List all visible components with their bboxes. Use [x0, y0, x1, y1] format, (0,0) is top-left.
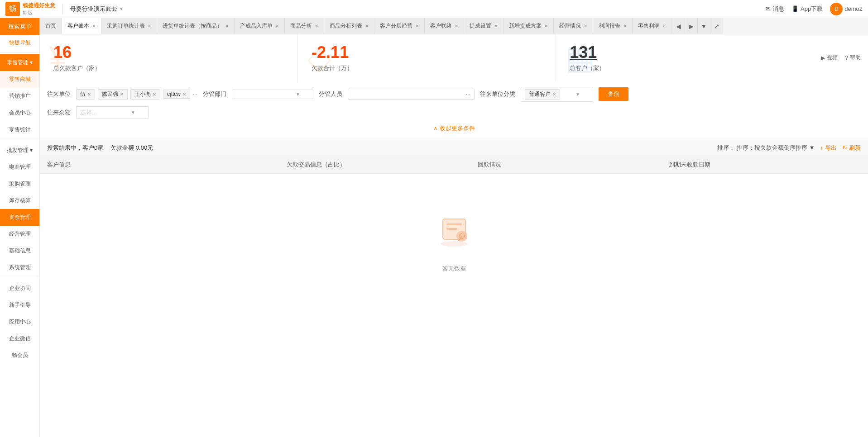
tab-customer-contact[interactable]: 客户联络 ✕	[425, 18, 464, 34]
tab-promotion-settings[interactable]: 提成设置 ✕	[464, 18, 504, 34]
tab-business-status[interactable]: 经营情况 ✕	[554, 18, 593, 34]
sidebar-item-app-center[interactable]: 应用中心	[0, 314, 39, 330]
filter-row-2: 往来余额 选择... ▼	[47, 106, 861, 119]
tab-purchase-order[interactable]: 采购订单统计表 ✕	[101, 18, 157, 34]
person-more-btn[interactable]: ···	[466, 91, 470, 97]
sidebar-item-marketing[interactable]: 营销推广	[0, 88, 39, 104]
filter-tag-close-wu[interactable]: ✕	[87, 92, 91, 97]
export-button[interactable]: ↑ 导出	[820, 144, 837, 152]
tab-close-customer-tier[interactable]: ✕	[415, 24, 419, 28]
tab-close-product-analysis-list[interactable]: ✕	[365, 24, 369, 28]
stat-icon-yen: ¥	[49, 40, 67, 76]
collapse-button[interactable]: ∧ 收起更多条件	[47, 123, 861, 134]
filter-select-balance[interactable]: 选择... ▼	[76, 106, 149, 119]
sidebar-item-enterprise-coop[interactable]: 企业协同	[0, 280, 39, 297]
sidebar-item-sys[interactable]: 系统管理	[0, 259, 39, 276]
top-bar: 畅 畅捷通好生意 标版 母婴行业演示账套 ▼ ✉ 消息 📱 App下载 D de…	[0, 0, 868, 18]
sidebar-item-new-guide[interactable]: 新手引导	[0, 297, 39, 314]
filter-input-person[interactable]: ···	[348, 89, 475, 100]
sidebar-item-retail-mgmt[interactable]: 零售管理 ▾	[0, 54, 39, 71]
tab-maximize[interactable]: ⤢	[710, 18, 723, 34]
tab-customer-tier[interactable]: 客户分层经营 ✕	[374, 18, 425, 34]
tab-product-analysis-list[interactable]: 商品分析列表 ✕	[324, 18, 374, 34]
stat-card-debt: ◇ -2.11 欠款合计（万）	[298, 34, 556, 81]
tab-close-new-promotion[interactable]: ✕	[544, 24, 548, 28]
tab-profit-report[interactable]: 利润报告 ✕	[593, 18, 633, 34]
video-link[interactable]: ▶ 视频	[821, 54, 838, 62]
messages-button[interactable]: ✉ 消息	[766, 5, 784, 13]
col-header-debt: 欠款交易信息（占比）	[287, 161, 478, 169]
tab-new-promotion[interactable]: 新增提成方案 ✕	[504, 18, 554, 34]
chevron-up-icon: ∧	[433, 125, 438, 132]
help-link[interactable]: ? 帮助	[845, 54, 861, 62]
tab-close-retail-profit[interactable]: ✕	[662, 24, 666, 28]
message-icon: ✉	[766, 5, 771, 12]
sidebar-item-member-center[interactable]: 会员中心	[0, 104, 39, 121]
filter-tag-close-normal[interactable]: ✕	[552, 92, 556, 97]
tab-close-profit-report[interactable]: ✕	[623, 24, 627, 28]
tab-retail-profit[interactable]: 零售利润 ✕	[633, 18, 672, 34]
play-icon: ▶	[821, 55, 825, 61]
empty-area: 暂无数据	[40, 174, 868, 309]
tab-close-product-inbound[interactable]: ✕	[275, 24, 279, 28]
company-selector[interactable]: 母婴行业演示账套 ▼	[70, 5, 124, 13]
sidebar-item-ecommerce[interactable]: 电商管理	[0, 159, 39, 176]
tab-bar: 首页 客户账本 ✕ 采购订单统计表 ✕ 进货单统计表（按商品） ✕ 产成品入库单…	[40, 18, 868, 34]
help-icon: ?	[845, 55, 848, 61]
quick-nav-button[interactable]: 快捷导航	[0, 35, 39, 50]
filter-tag-cjttcw: cjttcw ✕	[163, 90, 190, 99]
sidebar-item-retail-store[interactable]: 零售商城	[0, 71, 39, 88]
filter-tag-close-chen[interactable]: ✕	[120, 92, 124, 97]
svg-rect-3	[446, 228, 457, 230]
tab-close-customer-accounts[interactable]: ✕	[92, 24, 96, 28]
sidebar: 搜索菜单 快捷导航 零售管理 ▾ 零售商城 营销推广 会员中心 零售统计 批发管…	[0, 18, 40, 437]
filter-tag-more[interactable]: ···	[193, 91, 197, 97]
filter-tag-close-cjttcw[interactable]: ✕	[182, 92, 186, 97]
chevron-down-icon: ▼	[575, 92, 580, 97]
filter-select-dept[interactable]: ▼	[232, 90, 313, 99]
app-download-button[interactable]: 📱 App下载	[791, 5, 823, 13]
result-amount: 欠款金额 0.00元	[110, 144, 153, 152]
sidebar-item-basic-info[interactable]: 基础信息	[0, 242, 39, 259]
sidebar-item-ops[interactable]: 经营管理	[0, 226, 39, 242]
tab-more[interactable]: ▼	[697, 18, 710, 34]
filter-tags-unit: 伍 ✕ 陈民强 ✕ 王小亮 ✕ cjttcw ✕	[76, 89, 197, 100]
tab-close-business-status[interactable]: ✕	[584, 24, 587, 28]
user-menu[interactable]: D demo2	[830, 3, 863, 15]
sidebar-item-finance[interactable]: 资金管理	[0, 209, 39, 226]
sidebar-item-vip-member[interactable]: 畅会员	[0, 347, 39, 364]
tab-close-product-analysis[interactable]: ✕	[315, 24, 318, 28]
tab-close-customer-contact[interactable]: ✕	[455, 24, 458, 28]
empty-icon	[434, 210, 475, 259]
tab-scroll-left[interactable]: ◀	[672, 18, 685, 34]
tab-product-analysis[interactable]: 商品分析 ✕	[285, 18, 324, 34]
filter-select-category[interactable]: 普通客户 ✕ ▼	[521, 87, 593, 102]
tab-purchase-stats[interactable]: 进货单统计表（按商品） ✕	[157, 18, 235, 34]
svg-point-5	[462, 232, 465, 235]
tab-scroll-right[interactable]: ▶	[685, 18, 697, 34]
query-button[interactable]: 查询	[599, 87, 628, 101]
tab-close-purchase-stats[interactable]: ✕	[225, 24, 229, 28]
content-area: 首页 客户账本 ✕ 采购订单统计表 ✕ 进货单统计表（按商品） ✕ 产成品入库单…	[40, 18, 868, 437]
refresh-button[interactable]: ↻ 刷新	[842, 144, 861, 152]
sidebar-item-retail-stats[interactable]: 零售统计	[0, 121, 39, 138]
empty-text: 暂无数据	[442, 265, 466, 273]
filter-label-person: 分管人员	[319, 90, 342, 98]
sidebar-item-purchase[interactable]: 采购管理	[0, 176, 39, 192]
sort-select[interactable]: 排序： 排序：按欠款金额倒序排序 ▼	[717, 144, 815, 152]
col-header-customer: 客户信息	[47, 161, 287, 169]
sidebar-item-inventory[interactable]: 库存核算	[0, 192, 39, 209]
stats-wrapper: ¥ 16 总欠款客户（家） ◇ -2.11 欠款合计（万） ▦ 131 总客	[40, 34, 868, 81]
search-menu-button[interactable]: 搜索菜单	[0, 18, 39, 35]
filter-tag-close-wang[interactable]: ✕	[153, 92, 156, 97]
sidebar-item-enterprise-wechat[interactable]: 企业微信	[0, 330, 39, 347]
filter-tag-wang: 王小亮 ✕	[130, 89, 160, 100]
top-bar-left: 畅 畅捷通好生意 标版 母婴行业演示账套 ▼	[5, 2, 124, 16]
tab-close-promotion-settings[interactable]: ✕	[494, 24, 498, 28]
tab-customer-accounts[interactable]: 客户账本 ✕	[62, 18, 101, 34]
download-icon: 📱	[791, 5, 799, 12]
tab-home[interactable]: 首页	[40, 18, 62, 34]
tab-close-purchase-order[interactable]: ✕	[148, 24, 151, 28]
sidebar-item-batch-mgmt[interactable]: 批发管理 ▾	[0, 142, 39, 159]
tab-product-inbound[interactable]: 产成品入库单 ✕	[235, 18, 285, 34]
